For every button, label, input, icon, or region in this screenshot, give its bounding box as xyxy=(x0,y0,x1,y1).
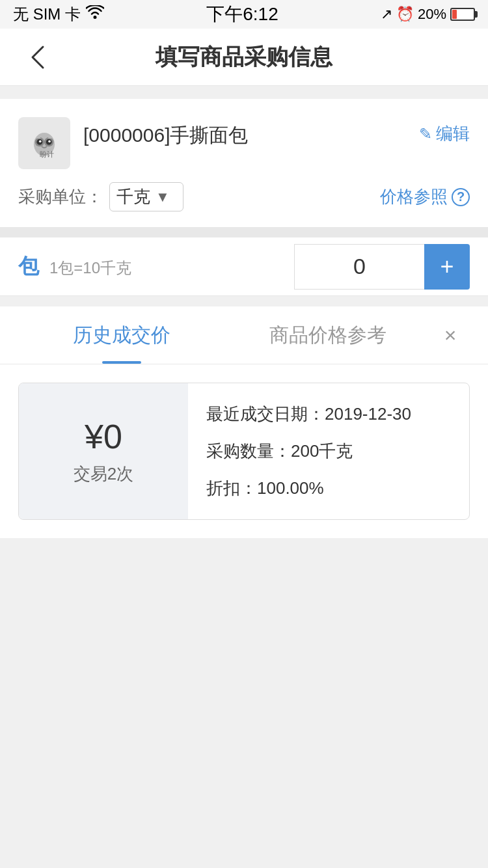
history-date-row: 最近成交日期：2019-12-30 xyxy=(206,401,451,427)
currency-symbol: ¥ xyxy=(85,418,103,455)
history-trades: 交易2次 xyxy=(74,463,133,485)
svg-point-6 xyxy=(39,141,42,143)
price-value: 0 xyxy=(103,418,122,455)
quantity-conversion: 1包=10千克 xyxy=(49,258,131,278)
history-discount-row: 折扣：100.00% xyxy=(206,476,451,501)
tab-product-price-label: 商品价格参考 xyxy=(269,322,386,349)
price-ref-label: 价格参照 xyxy=(380,185,448,208)
unit-label: 采购单位： xyxy=(18,185,103,208)
product-card: 盼计 [0000006]手撕面包 ✎ 编辑 采购单位： 千克 ▼ xyxy=(0,99,488,227)
quantity-value: 0 xyxy=(353,254,366,279)
status-carrier: 无 SIM 卡 xyxy=(13,4,104,25)
quantity-input-group: 0 + xyxy=(294,244,470,290)
product-unit-row: 采购单位： 千克 ▼ 价格参照 ? xyxy=(18,182,470,211)
recent-date-value: 2019-12-30 xyxy=(325,404,411,424)
unit-selector: 采购单位： 千克 ▼ xyxy=(18,182,183,211)
recent-date-label: 最近成交日期： xyxy=(206,404,325,424)
svg-point-0 xyxy=(94,16,97,19)
nav-bar: 填写商品采购信息 xyxy=(0,29,488,86)
alarm-icon: ⏰ xyxy=(396,6,414,23)
dropdown-arrow-icon: ▼ xyxy=(156,189,170,206)
product-header: 盼计 [0000006]手撕面包 ✎ 编辑 xyxy=(18,117,470,169)
product-info: 盼计 [0000006]手撕面包 xyxy=(18,117,419,169)
tab-product-price-ref[interactable]: 商品价格参考 xyxy=(224,306,431,364)
unit-select-value: 千克 xyxy=(116,185,150,208)
status-right: ↗ ⏰ 20% xyxy=(381,6,475,23)
carrier-text: 无 SIM 卡 xyxy=(13,4,81,25)
close-icon: × xyxy=(444,323,457,347)
edit-label: 编辑 xyxy=(436,122,470,145)
help-icon: ? xyxy=(452,188,470,206)
unit-select-dropdown[interactable]: 千克 ▼ xyxy=(109,182,183,211)
svg-text:盼计: 盼计 xyxy=(40,150,54,158)
history-price-display: ¥0 xyxy=(85,417,122,456)
status-time: 下午6:12 xyxy=(206,2,278,27)
product-name: [0000006]手撕面包 xyxy=(83,117,248,149)
tabs-row: 历史成交价 商品价格参考 × xyxy=(0,306,488,364)
quantity-row: 包 1包=10千克 0 + xyxy=(0,237,488,296)
discount-value: 100.00% xyxy=(257,478,324,498)
location-icon: ↗ xyxy=(381,6,392,23)
quantity-label-group: 包 1包=10千克 xyxy=(18,252,131,281)
history-card-details: 最近成交日期：2019-12-30 采购数量：200千克 折扣：100.00% xyxy=(188,383,469,519)
product-icon: 盼计 xyxy=(18,117,70,169)
edit-button[interactable]: ✎ 编辑 xyxy=(419,117,470,145)
quantity-label: 采购数量： xyxy=(206,441,291,461)
history-card: ¥0 交易2次 最近成交日期：2019-12-30 采购数量：200千克 折扣：… xyxy=(18,383,470,520)
status-bar: 无 SIM 卡 下午6:12 ↗ ⏰ 20% xyxy=(0,0,488,29)
quantity-input[interactable]: 0 xyxy=(294,244,424,290)
battery-percent: 20% xyxy=(418,6,446,23)
tab-history-label: 历史成交价 xyxy=(73,322,170,349)
panel-close-button[interactable]: × xyxy=(431,306,470,364)
product-name-text: 手撕面包 xyxy=(170,124,248,146)
tab-history-price[interactable]: 历史成交价 xyxy=(18,306,224,364)
quantity-plus-button[interactable]: + xyxy=(424,244,470,290)
battery-icon xyxy=(450,8,475,21)
history-quantity-row: 采购数量：200千克 xyxy=(206,439,451,464)
quantity-history-value: 200千克 xyxy=(291,441,353,461)
wifi-icon xyxy=(86,5,104,23)
back-button[interactable] xyxy=(18,38,57,77)
quantity-unit: 包 xyxy=(18,252,39,281)
plus-icon: + xyxy=(440,253,454,280)
price-ref-button[interactable]: 价格参照 ? xyxy=(380,185,470,208)
discount-label: 折扣： xyxy=(206,478,257,498)
main-content: 盼计 [0000006]手撕面包 ✎ 编辑 采购单位： 千克 ▼ xyxy=(0,99,488,868)
history-list: ¥0 交易2次 最近成交日期：2019-12-30 采购数量：200千克 折扣：… xyxy=(0,364,488,538)
history-card-price: ¥0 交易2次 xyxy=(19,383,188,519)
section-divider xyxy=(0,227,488,237)
bottom-panel: 历史成交价 商品价格参考 × ¥0 交易2次 最近成交日期：20 xyxy=(0,306,488,538)
edit-icon: ✎ xyxy=(419,125,432,143)
page-title: 填写商品采购信息 xyxy=(156,42,332,72)
svg-point-7 xyxy=(48,141,51,143)
product-id: [0000006] xyxy=(83,124,170,146)
